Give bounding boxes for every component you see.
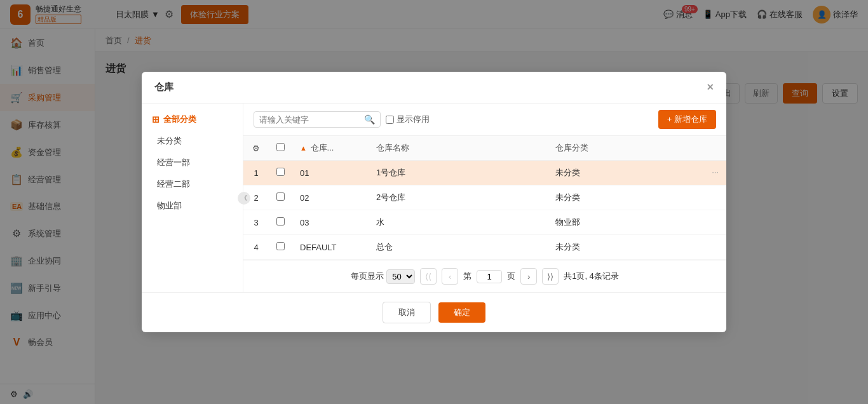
modal-title: 仓库 (154, 81, 173, 93)
row-check-2[interactable] (276, 192, 285, 201)
category-panel: ⊞ 全部分类 未分类 经营一部 经营二部 物业部 《 (142, 104, 243, 292)
more-icon-1[interactable]: ··· (712, 167, 719, 177)
row-checkbox-2[interactable] (269, 185, 292, 210)
col-settings: ⚙ (243, 136, 269, 161)
table-row[interactable]: 1 01 1号仓库 未分类 ··· (243, 161, 726, 185)
search-input[interactable] (259, 115, 364, 125)
sort-icon: ▲ (300, 144, 307, 152)
table-row[interactable]: 3 03 水 物业部 (243, 210, 726, 235)
row-no-3: 3 (243, 210, 269, 235)
row-check-4[interactable] (276, 242, 285, 250)
modal-close-button[interactable]: × (707, 81, 714, 94)
category-item-0[interactable]: 未分类 (142, 130, 243, 152)
settings-col-icon: ⚙ (252, 144, 260, 153)
col-checkbox (269, 136, 292, 161)
collapse-panel-button[interactable]: 《 (238, 192, 250, 205)
row-category-3: 物业部 (548, 210, 727, 235)
row-category-4: 未分类 (548, 235, 727, 260)
row-name-3: 水 (369, 210, 548, 235)
category-item-2[interactable]: 经营二部 (142, 173, 243, 195)
table: ⚙ ▲ 仓库... 仓库名称 (243, 136, 726, 260)
row-no-4: 4 (243, 235, 269, 260)
modal-header: 仓库 × (142, 72, 726, 104)
category-item-3[interactable]: 物业部 (142, 195, 243, 217)
row-category-2: 未分类 (548, 185, 727, 210)
pagination: 每页显示 50 ⟨⟨ ‹ 第 页 › ⟩⟩ 共1页, 4条记录 (243, 260, 726, 292)
page-number-input[interactable] (477, 270, 502, 283)
table-row[interactable]: 4 DEFAULT 总仓 未分类 (243, 235, 726, 260)
row-code-1: 01 (292, 161, 369, 185)
table-row[interactable]: 2 02 2号仓库 未分类 (243, 185, 726, 210)
page-first-button[interactable]: ⟨⟨ (420, 268, 437, 285)
per-page-label: 每页显示 (351, 271, 384, 282)
page-unit: 页 (507, 271, 515, 282)
search-input-wrap: 🔍 (254, 111, 381, 128)
modal-footer: 取消 确定 (142, 292, 726, 332)
all-category-label: 全部分类 (163, 114, 196, 125)
show-disabled-checkbox[interactable] (386, 116, 394, 124)
page-prev-button[interactable]: ‹ (442, 268, 458, 285)
content-toolbar: 🔍 显示停用 + 新增仓库 (243, 104, 726, 136)
show-disabled-label[interactable]: 显示停用 (386, 114, 430, 125)
page-label: 第 (463, 271, 471, 282)
per-page-dropdown[interactable]: 50 (386, 269, 415, 284)
all-category-header[interactable]: ⊞ 全部分类 (142, 109, 243, 130)
row-checkbox-1[interactable] (269, 161, 292, 185)
content-panel: 🔍 显示停用 + 新增仓库 ⚙ (243, 104, 726, 292)
row-check-3[interactable] (276, 217, 285, 226)
page-next-button[interactable]: › (520, 268, 537, 285)
add-warehouse-button[interactable]: + 新增仓库 (658, 110, 716, 129)
col-code: ▲ 仓库... (292, 136, 369, 161)
row-name-1: 1号仓库 (369, 161, 548, 185)
cancel-button[interactable]: 取消 (383, 302, 431, 323)
row-name-2: 2号仓库 (369, 185, 548, 210)
page-size-select: 每页显示 50 (351, 269, 415, 284)
select-all-checkbox[interactable] (276, 143, 285, 151)
row-no-1: 1 (243, 161, 269, 185)
row-checkbox-3[interactable] (269, 210, 292, 235)
table-body: 1 01 1号仓库 未分类 ··· (243, 161, 726, 260)
page-last-button[interactable]: ⟩⟩ (542, 268, 559, 285)
total-info: 共1页, 4条记录 (564, 271, 619, 282)
search-icon[interactable]: 🔍 (364, 114, 375, 125)
row-checkbox-4[interactable] (269, 235, 292, 260)
modal-body: ⊞ 全部分类 未分类 经营一部 经营二部 物业部 《 🔍 (142, 104, 726, 292)
col-category: 仓库分类 (548, 136, 727, 161)
confirm-button[interactable]: 确定 (438, 302, 485, 323)
table-header: ⚙ ▲ 仓库... 仓库名称 (243, 136, 726, 161)
row-code-2: 02 (292, 185, 369, 210)
row-code-3: 03 (292, 210, 369, 235)
warehouse-table: ⚙ ▲ 仓库... 仓库名称 (243, 136, 726, 260)
grid-icon: ⊞ (152, 114, 159, 125)
row-check-1[interactable] (276, 168, 285, 176)
col-name: 仓库名称 (369, 136, 548, 161)
category-item-1[interactable]: 经营一部 (142, 152, 243, 173)
modal-overlay: 仓库 × ⊞ 全部分类 未分类 经营一部 经营二部 物业部 《 (0, 0, 868, 404)
warehouse-modal: 仓库 × ⊞ 全部分类 未分类 经营一部 经营二部 物业部 《 (142, 72, 726, 332)
row-name-4: 总仓 (369, 235, 548, 260)
row-code-4: DEFAULT (292, 235, 369, 260)
row-category-1: 未分类 ··· (548, 161, 727, 185)
